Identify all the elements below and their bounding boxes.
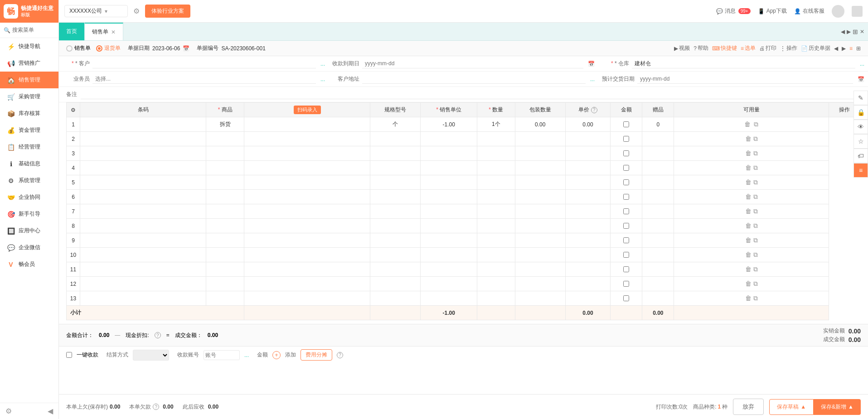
fee-help-icon[interactable]: ? [337, 352, 343, 358]
delete-row-13-btn[interactable]: 🗑 [744, 294, 752, 303]
dots-icon[interactable]: ... [244, 352, 249, 358]
tab-nav-prev[interactable]: ◀ [841, 29, 845, 35]
video-btn[interactable]: ▶ 视频 [674, 44, 690, 52]
note-input[interactable] [81, 90, 861, 99]
sidebar-search[interactable]: 🔍 搜索菜单 [0, 23, 58, 38]
receipt-date-calendar-icon[interactable]: 📅 [588, 61, 595, 67]
right-float-tag-icon[interactable]: 🏷 [853, 149, 868, 163]
delete-row-10-btn[interactable]: 🗑 [744, 250, 752, 259]
sidebar-item-quick-nav[interactable]: ⚡ 快捷导航 [0, 38, 58, 55]
delete-row-2-btn[interactable]: 🗑 [744, 134, 752, 143]
tab-nav-next[interactable]: ▶ [847, 29, 851, 35]
right-float-star-icon[interactable]: ☆ [853, 134, 868, 149]
radio-return[interactable]: 退货单 [96, 44, 121, 52]
message-item[interactable]: 💬 消息 99+ [716, 7, 751, 15]
delete-row-4-btn[interactable]: 🗑 [744, 163, 752, 172]
delete-row-9-btn[interactable]: 🗑 [744, 236, 752, 245]
col-gear-header[interactable]: ⚙ [67, 103, 80, 117]
calendar-icon[interactable]: 📅 [183, 45, 189, 52]
right-float-edit-icon[interactable]: ✎ [853, 91, 868, 105]
sidebar-item-finance[interactable]: 💰 资金管理 [0, 122, 58, 139]
settings-gear-icon[interactable]: ⚙ [5, 407, 12, 415]
sidebar-item-apps[interactable]: 🔲 应用中心 [0, 222, 58, 239]
app-download-item[interactable]: 📱 App下载 [758, 7, 787, 15]
copy-row-11-btn[interactable]: ⧉ [752, 265, 759, 274]
copy-row-3-btn[interactable]: ⧉ [752, 149, 759, 158]
radio-sales[interactable]: 销售单 [66, 44, 91, 52]
warehouse-input[interactable] [632, 59, 855, 68]
avatar[interactable] [832, 5, 844, 18]
row-1-action[interactable]: 🗑 ⧉ [674, 117, 829, 132]
tab-close-all-icon[interactable]: ✕ [860, 29, 864, 35]
copy-row-10-btn[interactable]: ⧉ [752, 250, 759, 260]
sidebar-item-wechat[interactable]: 💬 企业微信 [0, 239, 58, 256]
fee-split-btn[interactable]: 费用分摊 [301, 349, 332, 361]
delete-row-5-btn[interactable]: 🗑 [744, 178, 752, 187]
customer-addr-dots[interactable]: ... [590, 76, 595, 82]
company-selector[interactable]: XXXXXX公司 ▾ [64, 5, 128, 17]
settings-icon[interactable]: ⚙ [133, 7, 140, 15]
copy-row-13-btn[interactable]: ⧉ [752, 294, 759, 303]
col-scan-header[interactable]: 扫码录入 [244, 103, 370, 117]
discount-help-icon[interactable]: ? [155, 332, 161, 338]
copy-row-5-btn[interactable]: ⧉ [752, 178, 759, 187]
expected-date-calendar-icon[interactable]: 📅 [858, 76, 864, 82]
tab-grid-icon[interactable]: ⊞ [853, 28, 858, 35]
online-service-item[interactable]: 👤 在线客服 [794, 7, 824, 15]
help-btn[interactable]: ? 帮助 [693, 44, 708, 52]
sidebar-item-marketing[interactable]: 📢 营销推广 [0, 55, 58, 72]
delete-row-3-btn[interactable]: 🗑 [744, 149, 752, 158]
account-input[interactable] [204, 350, 240, 360]
save-new-button[interactable]: 保存&新增 ▲ [814, 399, 861, 415]
settlement-select[interactable] [133, 350, 169, 361]
sidebar-item-basic[interactable]: ℹ 基础信息 [0, 155, 58, 172]
right-float-lock-icon[interactable]: 🔒 [853, 105, 868, 120]
delete-row-7-btn[interactable]: 🗑 [744, 207, 752, 216]
delete-row-8-btn[interactable]: 🗑 [744, 221, 752, 230]
total-owe-help-icon[interactable]: ? [153, 404, 159, 410]
tab-home[interactable]: 首页 [59, 23, 85, 40]
shortcut-btn[interactable]: ⌨ 快捷键 [712, 44, 737, 52]
grid-view-icon[interactable]: ⊞ [856, 45, 861, 52]
delete-row-12-btn[interactable]: 🗑 [744, 279, 752, 288]
scan-button[interactable]: 扫码录入 [294, 106, 321, 114]
customer-input[interactable] [92, 59, 316, 68]
copy-row-2-btn[interactable]: ⧉ [752, 134, 759, 144]
discard-button[interactable]: 放弃 [733, 399, 764, 415]
row-1-spec[interactable] [244, 117, 370, 132]
select-btn[interactable]: ≡ 选单 [741, 44, 756, 52]
copy-row-6-btn[interactable]: ⧉ [752, 192, 759, 202]
one-key-pay-checkbox[interactable] [66, 352, 72, 358]
list-view-icon[interactable]: ≡ [849, 45, 853, 52]
delete-row-6-btn[interactable]: 🗑 [744, 192, 752, 201]
sidebar-item-ops[interactable]: 📋 经营管理 [0, 139, 58, 155]
expected-date-input[interactable] [637, 74, 853, 84]
nav-prev-icon[interactable]: ◀ [834, 45, 838, 52]
sidebar-item-system[interactable]: ⚙ 系统管理 [0, 172, 58, 189]
trial-button[interactable]: 体验行业方案 [145, 5, 190, 18]
receipt-date-input[interactable] [362, 59, 583, 68]
warehouse-dots[interactable]: ... [860, 61, 864, 67]
sidebar-item-sales[interactable]: 🏠 销售管理 [0, 72, 58, 88]
customer-dots[interactable]: ... [320, 61, 325, 67]
tab-sales-order[interactable]: 销售单 ✕ [85, 23, 123, 40]
row-1-gift[interactable] [611, 117, 642, 132]
customer-addr-input[interactable] [362, 74, 586, 84]
print-btn[interactable]: 🖨 打印 [759, 44, 776, 52]
save-draft-button[interactable]: 保存草稿 ▲ [769, 399, 814, 415]
salesperson-dots[interactable]: ... [320, 76, 325, 82]
copy-row-9-btn[interactable]: ⧉ [752, 236, 759, 245]
salesperson-input[interactable] [92, 74, 316, 84]
sidebar-item-purchase[interactable]: 🛒 采购管理 [0, 88, 58, 105]
action-btn[interactable]: ⋮ 操作 [780, 44, 797, 52]
copy-row-7-btn[interactable]: ⧉ [752, 207, 759, 216]
tab-close-icon[interactable]: ✕ [111, 29, 116, 35]
sidebar-item-member[interactable]: V 畅会员 [0, 256, 58, 273]
copy-row-8-btn[interactable]: ⧉ [752, 221, 759, 231]
sidebar-item-collab[interactable]: 🤝 企业协同 [0, 189, 58, 206]
copy-row-4-btn[interactable]: ⧉ [752, 163, 759, 173]
history-btn[interactable]: 📄 历史单据 [801, 44, 830, 52]
right-float-active-icon[interactable]: ≡ [853, 163, 868, 178]
row-1-barcode[interactable] [80, 117, 206, 132]
sidebar-item-inventory[interactable]: 📦 库存核算 [0, 105, 58, 122]
